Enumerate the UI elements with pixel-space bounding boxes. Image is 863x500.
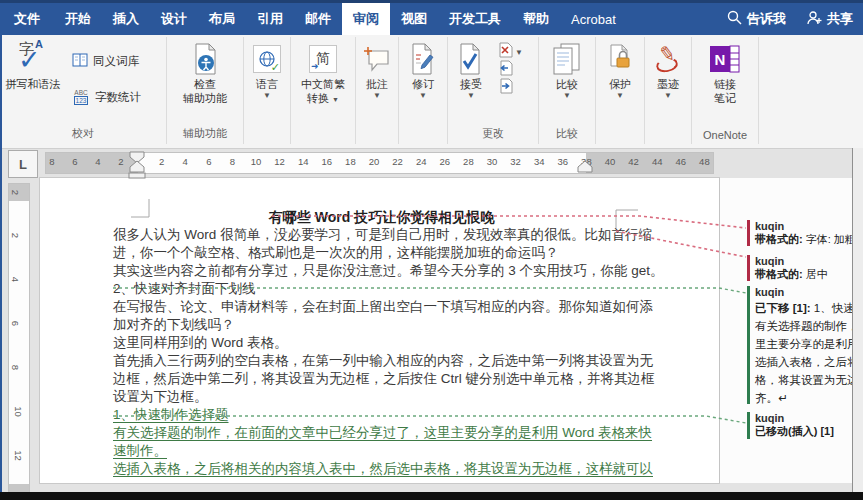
hruler-number: 16: [322, 156, 333, 167]
reject-button[interactable]: ▼: [496, 43, 525, 61]
spelling-grammar-button[interactable]: 字A✓ 拼写和语法: [0, 37, 66, 91]
revision-balloon[interactable]: kuqin已移动(插入) [1]: [755, 412, 853, 439]
revision-text-line: 已移动(插入) [1]: [755, 425, 853, 439]
reject-icon: [498, 42, 513, 62]
revision-text-line: 带格式的: 居中: [755, 268, 853, 282]
revision-author: kuqin: [755, 220, 853, 233]
revision-bar-green: [747, 286, 750, 404]
tab-stop-selector[interactable]: L: [8, 150, 38, 178]
hruler-number: 34: [534, 156, 545, 167]
menu-tab-6[interactable]: 邮件: [294, 3, 342, 35]
previous-change-button[interactable]: [496, 61, 525, 79]
hruler-number: 22: [392, 156, 403, 167]
revision-author: kuqin: [755, 286, 853, 299]
ribbon-group-chinese-conversion: 简➜ 中文简繁 转换 ▼: [291, 37, 356, 144]
language-button[interactable]: ✓ 语言 ▼: [245, 37, 289, 100]
vertical-scrollbar[interactable]: [852, 148, 863, 492]
menu-tab-8[interactable]: 视图: [390, 3, 438, 35]
revision-text-line: 带格式的: 字体: 加粗: [755, 233, 853, 247]
revision-balloon[interactable]: kuqin带格式的: 居中: [755, 255, 853, 282]
ribbon-group-accessibility: 检查 辅助功能 辅助功能: [167, 37, 244, 144]
hruler-number: 30: [487, 156, 498, 167]
ribbon-group-protect: 保护 ▼: [596, 37, 645, 144]
next-change-button[interactable]: [496, 79, 525, 97]
protect-button[interactable]: 保护 ▼: [597, 37, 643, 100]
ribbon-group-comments: 批注 ▼: [356, 37, 399, 144]
revision-balloon[interactable]: kuqin已下移 [1]: 1、快速制作选择题有关选择题的制作，在前面的文章里主…: [755, 286, 853, 407]
share-label: 共享: [827, 10, 853, 28]
horizontal-ruler[interactable]: 8642246810121416182022242628303234363840…: [45, 152, 714, 174]
hruler-number: 6: [72, 156, 77, 167]
compare-button[interactable]: 比较 ▼: [542, 37, 592, 100]
hruler-number: 38: [581, 156, 592, 167]
body-text-line: 进，你一个个敲空格、格式刷也是一次次的用，这样能摆脱加班的命运吗？: [113, 244, 650, 262]
menu-tab-10[interactable]: 帮助: [512, 3, 560, 35]
check-accessibility-icon: [190, 41, 220, 77]
accept-button[interactable]: 接受 ▼: [448, 37, 494, 100]
revision-bar-red: [747, 220, 750, 246]
body-text-line: 2、快速对齐封面下划线: [113, 280, 650, 298]
compare-icon: [551, 41, 583, 77]
revision-text-line: 已下移 [1]: 1、快速制作选择题: [755, 299, 853, 317]
ribbon-group-ink: ✎ 墨迹 ▼: [645, 37, 692, 144]
check-accessibility-button[interactable]: 检查 辅助功能: [169, 37, 241, 105]
accept-icon: [457, 41, 485, 77]
linked-notes-button[interactable]: N 链接 笔记: [695, 37, 755, 105]
vertical-ruler[interactable]: 22468101214: [8, 183, 30, 494]
hruler-number: 46: [676, 156, 687, 167]
word-count-button[interactable]: ABC123 字数统计: [72, 87, 162, 107]
menu-tab-11[interactable]: Acrobat: [560, 3, 627, 35]
previous-change-icon: [498, 60, 513, 80]
document-title-line: 有哪些 Word 技巧让你觉得相见恨晚: [113, 208, 650, 226]
dropdown-arrow: ▼: [332, 96, 339, 103]
chinese-conversion-button[interactable]: 简➜ 中文简繁 转换 ▼: [292, 37, 354, 105]
menu-tab-5[interactable]: 引用: [246, 3, 294, 35]
ruler-left-margin-zone: [46, 153, 138, 173]
hruler-number: 44: [652, 156, 663, 167]
window-left-border: [0, 35, 2, 500]
language-icon: ✓: [253, 41, 281, 77]
ribbon-group-tracking: 修订 ▼: [399, 37, 448, 144]
group-label-accessibility: 辅助功能: [167, 126, 243, 141]
menu-tab-0[interactable]: 文件: [0, 3, 54, 35]
moved-text-line: 速制作。: [113, 442, 650, 460]
thesaurus-icon: [72, 53, 88, 69]
ribbon-group-proofing: 字A✓ 拼写和语法 同义词库 ABC123 字数统计 校对: [0, 37, 167, 144]
body-text-line: 在写报告、论文、申请材料等，会在封面上留出空白一下填写相应的内容。那你知道如何添: [113, 298, 650, 316]
vruler-number: 2: [10, 190, 21, 195]
new-comment-button[interactable]: 批注 ▼: [357, 37, 397, 100]
hruler-number: 26: [440, 156, 451, 167]
menu-tab-9[interactable]: 开发工具: [438, 3, 512, 35]
menu-bar: 文件开始插入设计布局引用邮件审阅视图开发工具帮助Acrobat 告诉我 共享: [0, 0, 863, 35]
revision-text-line: 里主要分享的是利用 Word 表格来: [755, 335, 853, 353]
hruler-number: 20: [369, 156, 380, 167]
menu-tab-2[interactable]: 插入: [102, 3, 150, 35]
tell-me-tab[interactable]: 告诉我: [717, 3, 796, 35]
dropdown-arrow: ▼: [664, 92, 672, 100]
hruler-number: 28: [463, 156, 474, 167]
ribbon-empty-space: [759, 35, 863, 148]
menu-tab-4[interactable]: 布局: [198, 3, 246, 35]
moved-text-line: 1、快速制作选择题: [113, 406, 650, 424]
spelling-grammar-icon: 字A✓: [13, 41, 53, 77]
menu-tab-3[interactable]: 设计: [150, 3, 198, 35]
ink-icon: ✎: [653, 41, 683, 77]
track-changes-button[interactable]: 修订 ▼: [400, 37, 446, 100]
ink-button[interactable]: ✎ 墨迹 ▼: [646, 37, 690, 100]
hruler-number: 42: [628, 156, 639, 167]
menu-tab-1[interactable]: 开始: [54, 3, 102, 35]
word-count-icon: ABC123: [72, 89, 90, 105]
thesaurus-button[interactable]: 同义词库: [72, 51, 162, 71]
hruler-number: 32: [510, 156, 521, 167]
share-button[interactable]: 共享: [796, 3, 863, 35]
dropdown-arrow: ▼: [263, 92, 271, 100]
svg-text:N: N: [715, 51, 726, 68]
revision-bar-green: [747, 412, 750, 439]
menu-tab-7-active[interactable]: 审阅: [342, 3, 390, 35]
revision-balloon[interactable]: kuqin带格式的: 字体: 加粗: [755, 220, 853, 247]
dropdown-arrow: ▼: [467, 92, 475, 100]
document-page[interactable]: 有哪些 Word 技巧让你觉得相见恨晚很多人认为 Word 很简单，没必要学习，…: [40, 178, 719, 483]
hruler-number: 12: [274, 156, 285, 167]
search-icon: [727, 10, 742, 28]
next-change-icon: [498, 78, 513, 98]
